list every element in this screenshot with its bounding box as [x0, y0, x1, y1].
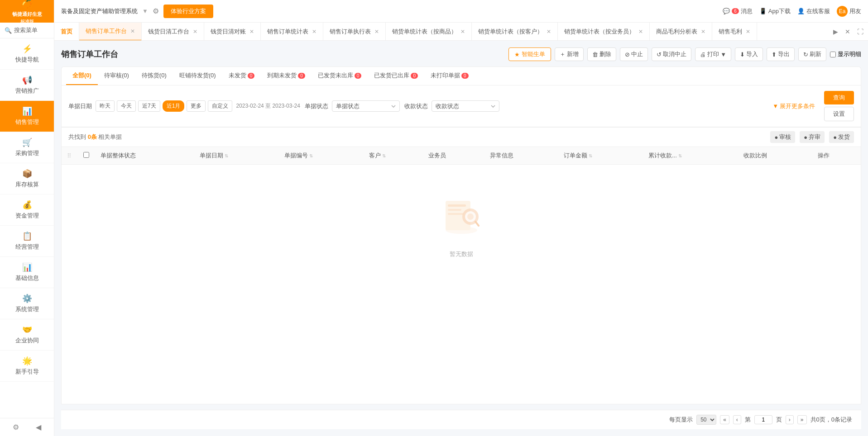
- last-page-btn[interactable]: »: [797, 415, 807, 424]
- th-abnormal: 异常信息: [484, 147, 558, 165]
- first-page-btn[interactable]: «: [720, 415, 729, 424]
- refresh-button[interactable]: ↻ 刷新: [798, 47, 826, 61]
- scrollbar-area[interactable]: [61, 404, 861, 410]
- tab-home[interactable]: 首页: [54, 23, 79, 41]
- tab-close-icon[interactable]: ✕: [638, 28, 643, 35]
- table-info: 共找到 0条 相关单据 ● 审核 ● 弃审 ● 发货: [62, 128, 861, 147]
- filter-tab-expired[interactable]: 到期未发货0: [261, 67, 312, 85]
- message-badge: 6: [732, 8, 739, 14]
- tab-sales-order-stat[interactable]: 销售订单统计表 ✕: [261, 23, 323, 41]
- tab-close-icon[interactable]: ✕: [460, 28, 465, 35]
- display-detail-label: 显示明细: [838, 50, 861, 58]
- tab-close-icon[interactable]: ✕: [374, 28, 379, 35]
- page-size-select[interactable]: 50: [696, 415, 716, 425]
- expand-btn[interactable]: ▼ 展开更多条件: [772, 102, 815, 110]
- tab-more-icon[interactable]: ▶: [831, 27, 840, 37]
- date-yesterday-btn[interactable]: 昨天: [96, 100, 115, 112]
- export-button[interactable]: ⬆ 导出: [767, 47, 795, 61]
- tab-close-icon[interactable]: ✕: [249, 28, 254, 35]
- date-custom-btn[interactable]: 自定义: [208, 100, 232, 112]
- tab-close-icon[interactable]: ✕: [746, 28, 750, 35]
- tab-sales-order-workbench[interactable]: 销售订单工作台 ✕: [79, 23, 142, 41]
- print-button[interactable]: 🖨 打印 ▼: [695, 47, 731, 61]
- settings-bottom-icon[interactable]: ⚙: [13, 423, 19, 431]
- query-btn[interactable]: 查询: [824, 91, 854, 104]
- sidebar-item-sales[interactable]: 📊 销售管理: [0, 101, 54, 132]
- sidebar-item-inventory[interactable]: 📦 库存核算: [0, 163, 54, 194]
- tab-close-icon[interactable]: ✕: [547, 28, 551, 35]
- next-page-btn[interactable]: ›: [786, 415, 794, 424]
- page-input[interactable]: [754, 415, 772, 424]
- batch-cancel-btn[interactable]: ● 弃审: [800, 131, 825, 143]
- user-btn[interactable]: Ea 用友: [837, 6, 861, 17]
- tab-sales-stat-staff[interactable]: 销货单统计表（按业务员） ✕: [558, 23, 650, 41]
- tab-close-icon[interactable]: ✕: [130, 28, 135, 34]
- settings-btn[interactable]: 设置: [824, 107, 854, 121]
- tab-expand-icon[interactable]: ⛶: [855, 27, 866, 37]
- sidebar-item-purchase[interactable]: 🛒 采购管理: [0, 132, 54, 163]
- tab-bar-end: ▶ ✕ ⛶: [829, 27, 868, 37]
- sidebar-item-operations[interactable]: 📋 经营管理: [0, 226, 54, 257]
- collapse-icon[interactable]: ◀: [36, 423, 41, 431]
- payment-select[interactable]: 收款状态: [432, 100, 499, 112]
- status-field: 单据状态 单据状态: [305, 100, 400, 112]
- inventory-icon: 📦: [22, 169, 32, 179]
- sidebar-search[interactable]: 🔍 搜索菜单: [0, 23, 54, 38]
- sidebar-item-base-info[interactable]: 📊 基础信息: [0, 257, 54, 288]
- tab-gross-profit[interactable]: 商品毛利分析表 ✕: [650, 23, 712, 41]
- status-select[interactable]: 单据状态: [332, 100, 400, 112]
- delete-button[interactable]: 🗑 删除: [587, 47, 616, 61]
- settings-icon[interactable]: ⚙: [153, 7, 159, 15]
- sidebar-item-label: 库存核算: [15, 180, 39, 189]
- batch-review-btn[interactable]: ● 审核: [770, 131, 795, 143]
- select-all-checkbox[interactable]: [83, 152, 89, 158]
- online-service-btn[interactable]: 👤 在线客服: [797, 7, 830, 15]
- filter-tab-all[interactable]: 全部(0): [66, 67, 98, 85]
- sidebar-item-marketing[interactable]: 📢 营销推广: [0, 70, 54, 101]
- logo-name: 畅捷通好生意: [12, 11, 42, 18]
- batch-ship-btn[interactable]: ● 发货: [829, 131, 854, 143]
- import-button[interactable]: ⬇ 导入: [735, 47, 763, 61]
- prev-page-btn[interactable]: ‹: [733, 415, 741, 424]
- date-more-btn[interactable]: 更多: [187, 100, 206, 112]
- filter-tab-pending-check[interactable]: 待拣货(0): [135, 67, 173, 85]
- stop-button[interactable]: ⊘ 中止: [620, 47, 648, 61]
- operations-icon: 📋: [22, 231, 32, 241]
- tab-close-icon[interactable]: ✕: [701, 28, 705, 35]
- cancel-stop-button[interactable]: ↺ 取消中止: [652, 47, 691, 61]
- svg-line-7: [475, 222, 479, 226]
- smart-btn[interactable]: ★ 智能生单: [508, 47, 551, 61]
- filter-tab-not-shipped[interactable]: 未发货0: [222, 67, 261, 85]
- display-detail-input[interactable]: [830, 52, 836, 57]
- tab-close-icon[interactable]: ✕: [193, 28, 197, 35]
- date-7days-btn[interactable]: 近7天: [138, 100, 160, 112]
- sidebar-item-guide[interactable]: 🌟 新手引导: [0, 351, 54, 382]
- tab-cash-daily[interactable]: 钱货日清工作台 ✕: [142, 23, 204, 41]
- sidebar-item-finance[interactable]: 💰 资金管理: [0, 194, 54, 226]
- filter-tab-shipped-out[interactable]: 已发货已出库0: [368, 67, 424, 85]
- sidebar-item-quick-nav[interactable]: ⚡ 快捷导航: [0, 38, 54, 70]
- filter-tab-shipped-not-out[interactable]: 已发货未出库0: [312, 67, 368, 85]
- tab-sales-stat-product[interactable]: 销货单统计表（按商品） ✕: [386, 23, 472, 41]
- sidebar-item-cooperation[interactable]: 🤝 企业协同: [0, 319, 54, 351]
- tab-cash-reconcile[interactable]: 钱货日清对账 ✕: [204, 23, 261, 41]
- tab-close-icon[interactable]: ✕: [312, 28, 317, 35]
- date-1month-btn[interactable]: 近1月: [163, 100, 185, 112]
- message-btn[interactable]: 💬 6 消息: [723, 7, 753, 15]
- filter-tab-wangpu[interactable]: 旺铺待发货(0): [173, 67, 222, 85]
- tab-sales-order-exec[interactable]: 销售订单执行表 ✕: [323, 23, 386, 41]
- cancel-icon: ●: [804, 134, 807, 141]
- display-detail-checkbox[interactable]: 显示明细: [830, 50, 861, 58]
- tab-close-all-icon[interactable]: ✕: [843, 27, 853, 37]
- right-btns: 查询 设置: [824, 91, 854, 121]
- date-today-btn[interactable]: 今天: [117, 100, 136, 112]
- trial-btn[interactable]: 体验行业方案: [163, 5, 213, 18]
- tab-sales-stat-customer[interactable]: 销货单统计表（按客户） ✕: [472, 23, 558, 41]
- filter-tab-not-printed[interactable]: 未打印单据0: [424, 67, 475, 85]
- sidebar: 🍊 畅捷通好生意 标准版 🔍 搜索菜单 ⚡ 快捷导航 📢 营销推广 📊 销售管理…: [0, 0, 54, 436]
- filter-tab-pending-review[interactable]: 待审核(0): [98, 67, 135, 85]
- sidebar-item-system[interactable]: ⚙️ 系统管理: [0, 288, 54, 319]
- tab-sales-profit[interactable]: 销售毛利 ✕: [712, 23, 757, 41]
- app-download-btn[interactable]: 📱 App下载: [759, 7, 791, 15]
- add-button[interactable]: ＋ 新增: [555, 47, 584, 61]
